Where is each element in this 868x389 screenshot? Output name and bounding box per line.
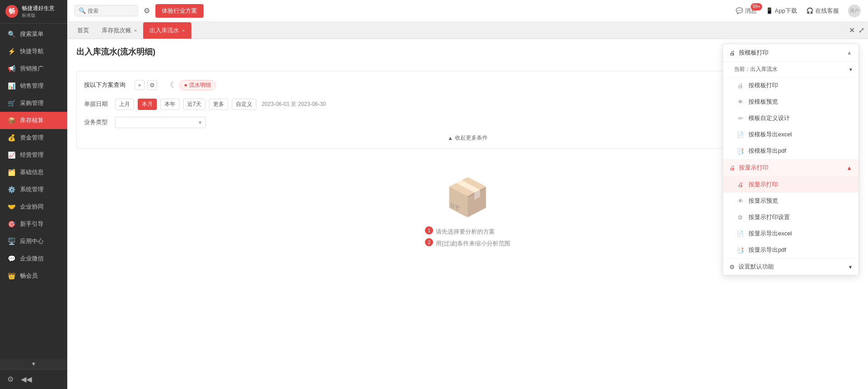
tag-label: 流水明细 — [189, 81, 211, 89]
sidebar-item-guide[interactable]: 🎯新手引导 — [0, 215, 67, 233]
dp-item-display-print[interactable]: 🖨 按显示打印 — [723, 176, 858, 193]
settings-icon[interactable]: ⚙ — [7, 375, 14, 384]
dp-current-label: 当前：出入库流水 — [734, 65, 778, 73]
message-badge: 99+ — [751, 3, 762, 10]
date-btn-last-month[interactable]: 上月 — [115, 99, 134, 110]
headset-icon: 🎧 — [806, 7, 813, 14]
sidebar-item-icon-basic: 🗂️ — [7, 169, 15, 176]
dp-item-display-preview[interactable]: 👁 按显示预览 — [723, 193, 858, 209]
dp-footer-icon: ⚙ — [729, 264, 735, 270]
date-btn-custom[interactable]: 自定义 — [232, 99, 256, 110]
filter-actions: + ⚙ — [135, 80, 157, 90]
sidebar-item-app-center[interactable]: 🖥️应用中心 — [0, 233, 67, 250]
sidebar-logo: 畅 畅捷通好生意 标准版 — [0, 0, 67, 24]
tab-home[interactable]: 首页 — [71, 22, 95, 39]
sidebar-item-search[interactable]: 🔍搜索菜单 — [0, 25, 67, 43]
tip-item-1: 1 请先选择要分析的方案 — [425, 226, 510, 238]
sidebar-item-label-vip: 畅会员 — [20, 272, 38, 280]
online-service-btn[interactable]: 🎧 在线客服 — [806, 7, 839, 15]
dp-item-display-pdf[interactable]: 📑 按显示导出pdf — [723, 242, 858, 258]
date-btn-this-month[interactable]: 本月 — [138, 99, 157, 110]
dp-item-label: 按显示导出excel — [748, 229, 792, 238]
dp-item-template-excel[interactable]: 📄 按模板导出excel — [723, 126, 858, 143]
dp-item-display-settings[interactable]: ⚙ 按显示打印设置 — [723, 209, 858, 225]
dp-item-template-print[interactable]: 🖨 按模板打印 — [723, 77, 858, 94]
filter-tag-liushui: ● 流水明细 — [179, 80, 216, 90]
tab-batch-ledger-label: 库存批次账 — [102, 26, 131, 35]
dp-item-label: 按模板导出pdf — [748, 147, 786, 155]
dp-item-label: 按显示导出pdf — [748, 246, 786, 254]
dp-display-settings-icon: ⚙ — [737, 214, 744, 221]
collapse-sidebar-icon[interactable]: ◀◀ — [21, 375, 32, 384]
dp-current[interactable]: 当前：出入库流水 ▾ — [723, 62, 858, 77]
tab-stock-flow[interactable]: 出入库流水 × — [143, 22, 191, 39]
sidebar-item-label-inventory: 库存核算 — [20, 116, 44, 125]
industry-btn[interactable]: 体验行业方案 — [155, 4, 204, 18]
maximize-icon[interactable]: ⤢ — [858, 26, 864, 35]
dp-header[interactable]: 🖨 按模板打印 ▲ — [723, 44, 858, 62]
sidebar-item-purchase[interactable]: 🛒采购管理 — [0, 95, 67, 112]
sidebar-item-vip[interactable]: 👑畅会员 — [0, 267, 67, 284]
app-icon: 📱 — [766, 7, 773, 14]
dp-display-section[interactable]: 🖨 按显示打印 ▲ — [723, 159, 858, 176]
biztype-select[interactable]: ▾ — [115, 117, 206, 128]
tag-icon: ● — [184, 82, 187, 88]
topbar-right: 💬 消息 99+ 📱 App下载 🎧 在线客服 用户 — [736, 5, 861, 17]
filter-settings-btn[interactable]: ⚙ — [147, 80, 157, 90]
tabs-bar: 首页 库存批次账 × 出入库流水 × ✕ ⤢ — [67, 22, 868, 39]
app-download-btn[interactable]: 📱 App下载 — [766, 7, 797, 15]
sidebar-item-label-quick-nav: 快捷导航 — [20, 47, 44, 55]
search-box[interactable]: 🔍 — [75, 5, 138, 16]
sidebar-item-label-marketing: 营销推广 — [20, 65, 44, 73]
sidebar-item-icon-guide: 🎯 — [7, 220, 15, 228]
message-btn[interactable]: 💬 消息 99+ — [736, 7, 757, 15]
dp-current-arrow: ▾ — [849, 66, 852, 73]
close-tab-icon[interactable]: ✕ — [849, 26, 855, 35]
dp-display-excel-icon: 📄 — [737, 230, 744, 237]
sidebar-item-wechat[interactable]: 💬企业微信 — [0, 250, 67, 267]
date-btn-7days[interactable]: 近7天 — [183, 99, 205, 110]
sidebar-item-operation[interactable]: 📈经营管理 — [0, 146, 67, 164]
sidebar-item-label-wechat: 企业微信 — [20, 254, 44, 263]
sidebar-item-sales[interactable]: 📊销售管理 — [0, 77, 67, 95]
dp-item-template-pdf[interactable]: 📑 按模板导出pdf — [723, 143, 858, 159]
add-filter-btn[interactable]: + — [135, 80, 145, 90]
sidebar-nav: 🔍搜索菜单⚡快捷导航📢营销推广📊销售管理🛒采购管理📦库存核算💰资金管理📈经营管理… — [0, 24, 67, 359]
date-btn-more[interactable]: 更多 — [209, 99, 228, 110]
dp-item-display-excel[interactable]: 📄 按显示导出excel — [723, 225, 858, 242]
sidebar-item-basic[interactable]: 🗂️基础信息 — [0, 164, 67, 181]
sidebar-item-icon-enterprise: 🤝 — [7, 203, 15, 210]
sidebar-item-label-enterprise: 企业协同 — [20, 203, 44, 211]
dp-item-excel-icon: 📄 — [737, 131, 744, 138]
tab-stock-flow-close[interactable]: × — [182, 28, 185, 33]
message-icon: 💬 — [736, 7, 743, 14]
sidebar-item-icon-operation: 📈 — [7, 151, 15, 159]
filter-collapse-btn[interactable]: 《 — [166, 80, 174, 90]
sidebar-item-marketing[interactable]: 📢营销推广 — [0, 60, 67, 77]
tab-batch-ledger-close[interactable]: × — [134, 28, 137, 33]
dp-footer-label: 设置默认功能 — [738, 263, 774, 271]
sidebar-item-quick-nav[interactable]: ⚡快捷导航 — [0, 43, 67, 60]
sidebar-item-enterprise[interactable]: 🤝企业协同 — [0, 198, 67, 215]
search-input[interactable] — [88, 8, 133, 14]
collapse-btn[interactable]: ▲ 收起更多条件 — [448, 134, 488, 142]
dp-footer[interactable]: ⚙ 设置默认功能 ▾ — [723, 258, 858, 275]
sidebar-item-icon-quick-nav: ⚡ — [7, 48, 15, 55]
biztype-label: 业务类型 — [84, 118, 110, 126]
dp-item-template-preview[interactable]: 👁 按模板预览 — [723, 94, 858, 110]
dp-item-custom-icon: ✏ — [737, 115, 744, 122]
dp-item-template-custom[interactable]: ✏ 模板自定义设计 — [723, 110, 858, 126]
tabs-right-actions: ✕ ⤢ — [849, 26, 864, 35]
sidebar-item-system[interactable]: ⚙️系统管理 — [0, 181, 67, 198]
dp-item-label: 按模板打印 — [748, 81, 778, 90]
avatar[interactable]: 用户 — [848, 5, 861, 17]
sidebar-item-finance[interactable]: 💰资金管理 — [0, 129, 67, 146]
settings-icon[interactable]: ⚙ — [144, 6, 150, 15]
sidebar-item-icon-inventory: 📦 — [7, 117, 15, 124]
online-service-label: 在线客服 — [815, 7, 839, 15]
tab-stock-flow-label: 出入库流水 — [150, 26, 179, 35]
dp-collapse-icon: ▲ — [847, 50, 852, 56]
tab-batch-ledger[interactable]: 库存批次账 × — [95, 22, 143, 39]
sidebar-item-inventory[interactable]: 📦库存核算 — [0, 112, 67, 129]
date-btn-this-year[interactable]: 本年 — [160, 99, 180, 110]
